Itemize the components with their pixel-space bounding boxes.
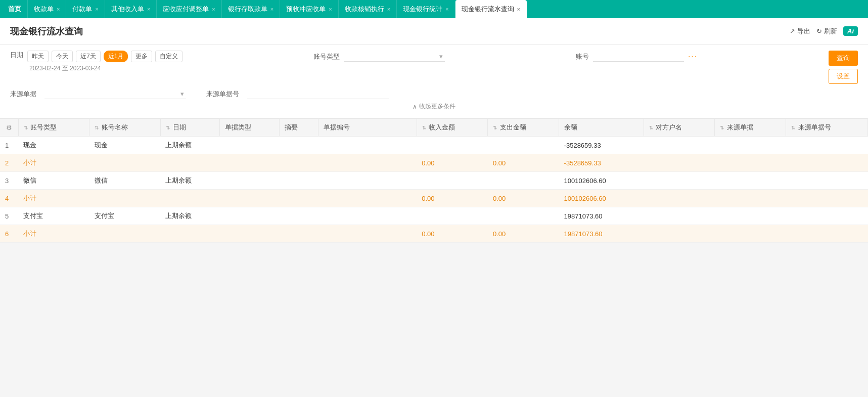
nav-item-other-income[interactable]: 其他收入单 ×	[105, 0, 157, 18]
account-type-dropdown-icon: ▾	[439, 53, 443, 60]
col-counterpart[interactable]: ⇅ 对方户名	[644, 119, 715, 137]
table-row: 6小计0.000.0019871073.60	[0, 225, 868, 243]
ai-badge[interactable]: Ai	[843, 26, 858, 36]
cell-doc-type	[219, 172, 280, 190]
nav-other-income-label: 其他收入单	[111, 5, 144, 14]
date-range-text: 2023-02-24 至 2023-03-24	[29, 64, 182, 73]
col-account-name[interactable]: ⇅ 账号名称	[89, 119, 161, 137]
table-row: 5支付宝支付宝上期余额19871073.60	[0, 207, 868, 225]
cell-counterpart	[644, 172, 715, 190]
date-btn-last7[interactable]: 近7天	[76, 51, 101, 62]
cell-balance: 100102606.60	[559, 172, 644, 190]
nav-cash-bank-flow-close[interactable]: ×	[517, 6, 520, 12]
nav-cash-bank-stats-close[interactable]: ×	[445, 6, 448, 12]
col-settings[interactable]: ⚙	[0, 119, 18, 137]
cell-doc-type	[219, 137, 280, 154]
source-doc-dropdown-icon: ▾	[180, 90, 184, 98]
nav-advance-offset-close[interactable]: ×	[329, 6, 332, 12]
cell-no: 5	[0, 207, 18, 225]
cell-source-doc	[715, 137, 786, 154]
source-doc-select[interactable]: ▾	[44, 89, 186, 99]
nav-cash-bank-flow-label: 现金银行流水查询	[462, 5, 514, 14]
export-button[interactable]: ↗ 导出	[790, 27, 810, 36]
cell-income: 0.00	[417, 154, 488, 172]
cell-account-type: 小计	[18, 190, 89, 207]
date-btn-today[interactable]: 今天	[52, 51, 73, 62]
nav-item-ar-adjust[interactable]: 应收应付调整单 ×	[157, 0, 221, 18]
cell-no: 6	[0, 225, 18, 243]
nav-item-bank-deposit[interactable]: 银行存取款单 ×	[222, 0, 280, 18]
col-expense[interactable]: ⇅ 支出金额	[488, 119, 559, 137]
collapse-bar[interactable]: ∧ 收起更多条件	[10, 99, 858, 112]
nav-collection-exec-close[interactable]: ×	[387, 6, 390, 12]
page-header: 现金银行流水查询 ↗ 导出 ↻ 刷新 Ai	[0, 18, 868, 45]
cell-summary	[280, 154, 318, 172]
date-btn-yesterday[interactable]: 昨天	[27, 51, 49, 62]
nav-ar-adjust-close[interactable]: ×	[212, 6, 215, 12]
table-row: 3微信微信上期余额100102606.60	[0, 172, 868, 190]
date-btn-custom[interactable]: 自定义	[155, 51, 182, 62]
cell-summary	[280, 225, 318, 243]
sort-icon-account-type: ⇅	[24, 125, 28, 130]
nav-other-income-close[interactable]: ×	[147, 6, 150, 12]
account-type-select[interactable]: ▾	[344, 52, 445, 62]
nav-item-cash-bank-flow[interactable]: 现金银行流水查询 ×	[455, 0, 527, 18]
gear-icon[interactable]: ⚙	[6, 124, 12, 131]
cell-expense: 0.00	[488, 225, 559, 243]
table-row: 4小计0.000.00100102606.60	[0, 190, 868, 207]
col-doc-type-label: 单据类型	[225, 123, 251, 131]
nav-cash-bank-stats-label: 现金银行统计	[403, 5, 442, 14]
nav-receipts-label: 收款单	[34, 5, 54, 14]
nav-item-advance-offset[interactable]: 预收冲应收单 ×	[280, 0, 338, 18]
date-btn-more[interactable]: 更多	[131, 51, 152, 62]
nav-item-receipts[interactable]: 收款单 ×	[28, 0, 66, 18]
col-account-type[interactable]: ⇅ 账号类型	[18, 119, 89, 137]
cell-date	[160, 154, 219, 172]
nav-item-payments[interactable]: 付款单 ×	[66, 0, 105, 18]
sort-icon-source-doc: ⇅	[720, 125, 724, 130]
header-actions: ↗ 导出 ↻ 刷新 Ai	[790, 26, 858, 36]
col-income[interactable]: ⇅ 收入金额	[417, 119, 488, 137]
cell-date: 上期余额	[160, 172, 219, 190]
col-source-doc-no[interactable]: ⇅ 来源单据号	[786, 119, 868, 137]
date-btn-last1m[interactable]: 近1月	[104, 51, 128, 62]
cell-no: 1	[0, 137, 18, 154]
cell-income	[417, 207, 488, 225]
cell-date	[160, 225, 219, 243]
source-doc-no-input[interactable]	[247, 89, 389, 99]
date-label: 日期	[10, 51, 23, 60]
sort-icon-account-name: ⇅	[95, 125, 99, 130]
refresh-button[interactable]: ↻ 刷新	[816, 27, 837, 36]
col-expense-label: 支出金额	[500, 123, 526, 131]
col-date-label: 日期	[173, 123, 186, 131]
nav-item-home[interactable]: 首页	[2, 0, 28, 18]
nav-item-cash-bank-stats[interactable]: 现金银行统计 ×	[397, 0, 455, 18]
refresh-label: 刷新	[824, 27, 837, 36]
settings-button[interactable]: 设置	[829, 69, 858, 84]
nav-ar-adjust-label: 应收应付调整单	[163, 5, 209, 14]
source-doc-no-label: 来源单据号	[206, 90, 239, 99]
col-doc-type: 单据类型	[219, 119, 280, 137]
cell-account-type: 支付宝	[18, 207, 89, 225]
cell-counterpart	[644, 190, 715, 207]
cell-expense: 0.00	[488, 154, 559, 172]
nav-bank-deposit-close[interactable]: ×	[270, 6, 273, 12]
col-source-doc[interactable]: ⇅ 来源单据	[715, 119, 786, 137]
col-date[interactable]: ⇅ 日期	[160, 119, 219, 137]
nav-item-collection-exec[interactable]: 收款核销执行 ×	[339, 0, 397, 18]
cell-no: 3	[0, 172, 18, 190]
refresh-icon: ↻	[816, 27, 822, 35]
col-counterpart-label: 对方户名	[656, 123, 682, 131]
cell-source-doc-no	[786, 225, 868, 243]
account-input[interactable]	[593, 52, 684, 62]
cell-no: 4	[0, 190, 18, 207]
sort-icon-income: ⇅	[422, 125, 426, 130]
query-button[interactable]: 查询	[829, 51, 858, 66]
cell-account-type: 小计	[18, 225, 89, 243]
account-dots-button[interactable]: ···	[688, 52, 698, 61]
cell-doc-type	[219, 154, 280, 172]
collapse-up-icon: ∧	[413, 103, 417, 110]
nav-payments-close[interactable]: ×	[95, 6, 98, 12]
nav-receipts-close[interactable]: ×	[57, 6, 60, 12]
cell-balance: 19871073.60	[559, 207, 644, 225]
